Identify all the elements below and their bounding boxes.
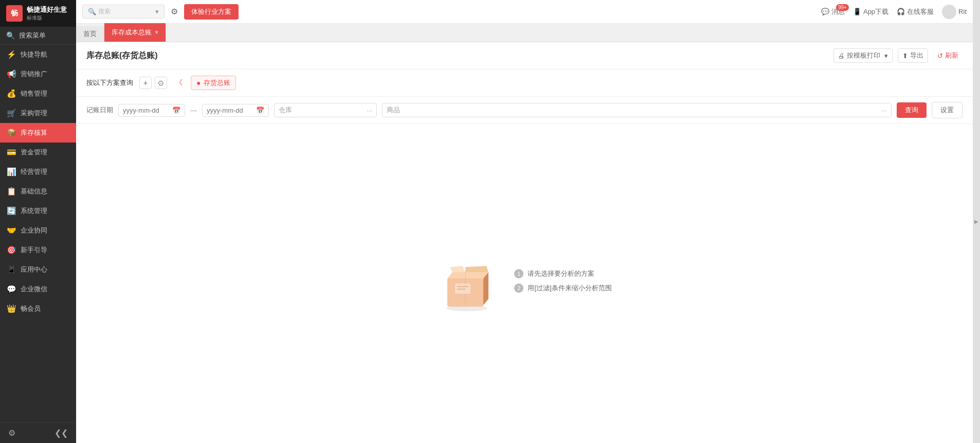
empty-text: 1 请先选择要分析的方案 2 用[过滤]条件来缩小分析范围	[514, 269, 611, 298]
tab-home[interactable]: 首页	[76, 26, 104, 42]
sidebar-item-label: 资金管理	[21, 148, 47, 157]
quick-nav-icon: ⚡	[6, 50, 16, 59]
user-profile[interactable]: Rit	[942, 5, 967, 19]
date-filter-label: 记账日期	[86, 105, 113, 115]
messages-button[interactable]: 💬 消息 99+	[821, 7, 845, 16]
filter-settings-button[interactable]: ⊙	[155, 77, 167, 89]
messages-badge: 99+	[836, 4, 849, 11]
sidebar-search-label: 搜索菜单	[19, 31, 46, 40]
online-service-button[interactable]: 🎧 在线客服	[897, 7, 934, 16]
empty-hint-1: 1 请先选择要分析的方案	[514, 269, 611, 278]
date-end-field[interactable]	[207, 107, 253, 114]
sidebar-item-system[interactable]: 🔄 系统管理	[0, 201, 76, 221]
print-template-button[interactable]: 🖨 按模板打印 ▾	[833, 48, 893, 63]
empty-state: 1 请先选择要分析的方案 2 用[过滤]条件来缩小分析范围	[437, 253, 611, 314]
brand-version: 标准版	[27, 14, 67, 21]
date-start-input[interactable]: 📅	[118, 104, 185, 117]
filter-add-button[interactable]: +	[139, 77, 152, 89]
inventory-icon: 📦	[6, 128, 16, 137]
sidebar-item-marketing[interactable]: 📢 营销推广	[0, 64, 76, 84]
calendar-end-icon[interactable]: 📅	[256, 107, 264, 114]
topbar-left: 🔍 搜索 ▾ ⚙ 体验行业方案	[82, 4, 239, 20]
tabbar: 首页 库存成本总账 ×	[76, 24, 973, 42]
online-service-label: 在线客服	[907, 7, 934, 16]
export-label: 导出	[910, 51, 923, 60]
tab-close-icon[interactable]: ×	[155, 29, 158, 36]
export-button[interactable]: ⬆ 导出	[898, 48, 928, 63]
panel-collapse-icon: ▶	[974, 219, 978, 224]
sidebar-item-label: 企业微信	[21, 285, 47, 294]
sidebar-item-purchase[interactable]: 🛒 采购管理	[0, 103, 76, 123]
topbar-search-arrow: ▾	[155, 8, 159, 15]
sidebar-menu: ⚡ 快捷导航 📢 营销推广 💰 销售管理 🛒 采购管理 📦 库存核算 💳 资金管…	[0, 45, 76, 422]
app-download-button[interactable]: 📱 App下载	[853, 7, 888, 16]
sidebar-item-inventory[interactable]: 📦 库存核算	[0, 123, 76, 143]
sidebar-item-guide[interactable]: 🎯 新手引导	[0, 240, 76, 260]
settings-button[interactable]: 设置	[932, 102, 963, 118]
filter-collapse-button[interactable]: 《	[173, 78, 185, 87]
sidebar-item-finance[interactable]: 💳 资金管理	[0, 143, 76, 162]
page-title: 库存总账(存货总账)	[86, 50, 158, 61]
finance-icon: 💳	[6, 148, 16, 157]
sidebar-item-label: 库存核算	[21, 128, 47, 137]
sidebar-item-wechat[interactable]: 💬 企业微信	[0, 279, 76, 299]
right-panel-handle[interactable]: ▶	[973, 0, 980, 443]
step-num-1: 1	[514, 269, 523, 278]
filter-label: 按以下方案查询	[86, 78, 133, 87]
filter-scheme-item[interactable]: ● 存货总账	[191, 76, 236, 90]
search-icon: 🔍	[6, 31, 15, 40]
marketing-icon: 📢	[6, 69, 16, 79]
step-num-2: 2	[514, 283, 523, 293]
scheme-icon: ●	[196, 79, 201, 87]
goods-placeholder: 商品	[387, 105, 400, 115]
empty-illustration	[437, 253, 499, 314]
refresh-button[interactable]: ↺ 刷新	[933, 49, 963, 62]
empty-hint-2: 2 用[过滤]条件来缩小分析范围	[514, 283, 611, 293]
print-icon: 🖨	[838, 52, 845, 60]
settings-footer-icon[interactable]: ⚙	[8, 428, 15, 438]
sidebar-item-enterprise[interactable]: 🤝 企业协同	[0, 221, 76, 240]
operation-icon: 📊	[6, 167, 16, 176]
sidebar-footer: ⚙ ❮❮	[0, 422, 76, 443]
sidebar: 畅 畅捷通好生意 标准版 🔍 搜索菜单 ⚡ 快捷导航 📢 营销推广 💰 销售管理…	[0, 0, 76, 443]
print-label: 按模板打印	[847, 51, 880, 60]
sidebar-item-basic-info[interactable]: 📋 基础信息	[0, 182, 76, 201]
tab-inventory-cost[interactable]: 库存成本总账 ×	[104, 23, 166, 42]
sidebar-search[interactable]: 🔍 搜索菜单	[0, 27, 76, 45]
page-header: 库存总账(存货总账) 🖨 按模板打印 ▾ ⬆ 导出 ↺ 刷新	[76, 42, 973, 69]
logo-text: 畅捷通好生意 标准版	[27, 6, 67, 21]
app-download-icon: 📱	[853, 8, 861, 15]
app-center-icon: 📱	[6, 265, 16, 274]
date-start-field[interactable]	[123, 107, 169, 114]
topbar-gear-icon[interactable]: ⚙	[169, 5, 180, 19]
warehouse-more-icon[interactable]: ···	[367, 107, 372, 114]
collapse-footer-icon[interactable]: ❮❮	[55, 428, 68, 438]
svg-marker-4	[450, 266, 465, 272]
goods-filter[interactable]: 商品 ···	[382, 103, 892, 117]
wechat-icon: 💬	[6, 285, 16, 294]
sidebar-item-operation[interactable]: 📊 经营管理	[0, 162, 76, 182]
guide-icon: 🎯	[6, 245, 16, 255]
query-button[interactable]: 查询	[897, 102, 927, 118]
calendar-start-icon[interactable]: 📅	[172, 107, 180, 114]
goods-more-icon[interactable]: ···	[881, 107, 887, 114]
sidebar-item-label: 新手引导	[21, 245, 47, 255]
system-icon: 🔄	[6, 206, 16, 216]
purchase-icon: 🛒	[6, 109, 16, 118]
headset-icon: 🎧	[897, 8, 905, 15]
date-end-input[interactable]: 📅	[202, 104, 269, 117]
sidebar-item-app-center[interactable]: 📱 应用中心	[0, 260, 76, 279]
sidebar-item-label: 采购管理	[21, 109, 47, 118]
sidebar-item-vip[interactable]: 👑 畅会员	[0, 299, 76, 318]
app-download-label: App下载	[863, 7, 888, 16]
sidebar-item-quick-nav[interactable]: ⚡ 快捷导航	[0, 45, 76, 64]
warehouse-filter[interactable]: 仓库 ···	[274, 103, 377, 117]
topbar-search[interactable]: 🔍 搜索 ▾	[82, 5, 165, 19]
svg-marker-2	[447, 272, 488, 278]
sidebar-item-sales[interactable]: 💰 销售管理	[0, 84, 76, 103]
content-area: 1 请先选择要分析的方案 2 用[过滤]条件来缩小分析范围	[76, 124, 973, 443]
topbar-search-placeholder: 搜索	[98, 7, 111, 16]
basic-info-icon: 📋	[6, 187, 16, 196]
filter-actions: + ⊙	[139, 77, 167, 89]
trial-button[interactable]: 体验行业方案	[184, 4, 239, 20]
